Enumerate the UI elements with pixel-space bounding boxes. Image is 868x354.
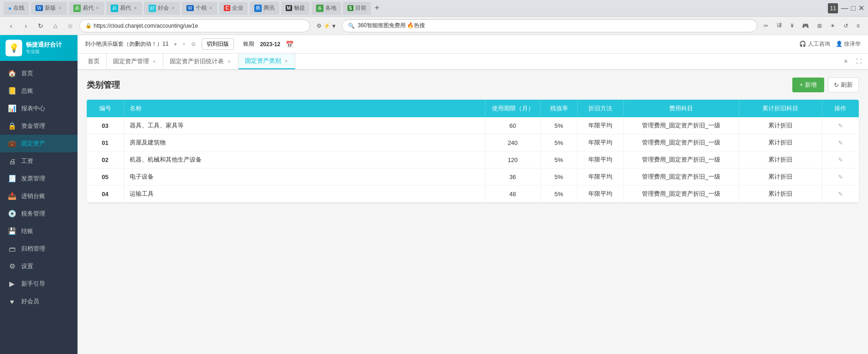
browser-tab-haohuij[interactable]: 好 好会 ×: [144, 2, 180, 15]
expand-tab-btn[interactable]: ⛶: [853, 56, 864, 67]
forward-btn[interactable]: ›: [20, 20, 31, 31]
avatar-icon: 👤: [836, 41, 843, 47]
close-icon[interactable]: ×: [96, 5, 100, 11]
edit-btn[interactable]: ✎: [838, 139, 843, 146]
wallet-icon[interactable]: ¥: [788, 22, 796, 30]
sidebar-item-member[interactable]: ♥ 好会员: [0, 293, 78, 310]
sidebar-item-purchase-sales[interactable]: 📥 进销台账: [0, 187, 78, 205]
tab-asset-mgmt[interactable]: 固定资产管理 ×: [107, 54, 163, 69]
browser-chrome: ● 在线 W 新版 × 易 易代 × 易 易代 × 好 好会 × W 个税 × …: [0, 0, 868, 17]
close-tab-btn[interactable]: ✕: [840, 56, 851, 67]
browser-tab-new[interactable]: W 新版 ×: [31, 2, 66, 15]
close-icon[interactable]: ×: [209, 5, 213, 11]
switch-version-btn[interactable]: 切到旧版: [202, 38, 234, 50]
new-tab-btn[interactable]: +: [375, 3, 380, 13]
cell-months: 120: [485, 151, 540, 168]
cell-action: ✎: [822, 186, 859, 203]
close-icon[interactable]: ×: [58, 5, 62, 11]
sidebar-item-settlement[interactable]: 💾 结账: [0, 222, 78, 240]
tab-home[interactable]: 首页: [81, 54, 107, 69]
tab-asset-category[interactable]: 固定资产类别 ×: [239, 54, 295, 69]
minimize-btn[interactable]: —: [841, 4, 848, 12]
close-icon[interactable]: ×: [133, 5, 138, 11]
grid-icon[interactable]: ⊞: [814, 22, 825, 30]
close-icon[interactable]: ×: [227, 58, 231, 65]
sidebar-item-funds[interactable]: 🔒 资金管理: [0, 117, 78, 135]
sidebar-item-salary[interactable]: 🖨 工资: [0, 152, 78, 170]
cell-action: ✎: [822, 168, 859, 186]
browser-tab-gedi[interactable]: 各 各地: [311, 2, 341, 15]
sidebar-item-settings[interactable]: ⚙ 设置: [0, 258, 78, 275]
reload-btn[interactable]: ↻: [35, 20, 46, 31]
close-icon[interactable]: ×: [152, 58, 156, 65]
tab-asset-depreciation[interactable]: 固定资产折旧统计表 ×: [163, 54, 238, 69]
refresh-icon: ↻: [834, 82, 839, 89]
sidebar-item-guide[interactable]: ▶ 新手引导: [0, 275, 78, 293]
edit-btn[interactable]: ✎: [838, 156, 843, 163]
chevron-down-icon[interactable]: ▾: [332, 22, 335, 30]
close-window-btn[interactable]: ✕: [858, 4, 864, 12]
header-plus-icon[interactable]: +: [182, 41, 186, 48]
undo-icon[interactable]: ↺: [841, 22, 851, 30]
sidebar-item-tax[interactable]: 💿 税务管理: [0, 205, 78, 222]
scissors-icon[interactable]: ✂: [761, 22, 771, 30]
browser-tab-online[interactable]: ● 在线: [4, 2, 29, 15]
boost-icon[interactable]: ⚡: [323, 23, 330, 29]
edit-btn[interactable]: ✎: [838, 174, 843, 180]
search-bar[interactable]: 🔍 360智能抠图免费用 🔥热搜: [342, 19, 757, 32]
browser-tab-yidai1[interactable]: 易 易代 ×: [69, 2, 105, 15]
cell-code: 05: [87, 168, 124, 186]
cell-expense: 管理费用_固定资产折旧_一级: [623, 151, 739, 168]
user-avatar[interactable]: 👤 徐泽华: [836, 40, 861, 48]
cell-method: 年限平均: [577, 151, 623, 168]
sun-icon[interactable]: ☀: [827, 22, 838, 30]
cell-accumulated: 累计折旧: [739, 186, 822, 203]
sidebar-item-fixed-assets[interactable]: 💼 固定资产: [0, 135, 78, 152]
sidebar-item-reports[interactable]: 📊 报表中心: [0, 100, 78, 117]
user-info: 刘小艳演示版套（勿删勿动！）11: [85, 40, 168, 48]
browser-tab-tax[interactable]: W 个税 ×: [182, 2, 217, 15]
browser-tab-muqian[interactable]: S 目前: [343, 2, 371, 15]
dropdown-icon[interactable]: ▾: [174, 41, 177, 48]
cell-residual: 5%: [540, 117, 577, 134]
cell-action: ✎: [822, 134, 859, 151]
browser-tab-changtui[interactable]: M 畅提: [281, 2, 310, 15]
guide-icon: ▶: [7, 280, 17, 288]
browser-tab-enterprise[interactable]: C 企业: [219, 2, 247, 15]
col-code: 编号: [87, 100, 124, 117]
calendar-icon[interactable]: 📅: [286, 41, 293, 48]
cell-code: 01: [87, 134, 124, 151]
cell-months: 240: [485, 134, 540, 151]
cell-method: 年限平均: [577, 117, 623, 134]
col-action: 操作: [822, 100, 859, 117]
table-row: 05 电子设备 36 5% 年限平均 管理费用_固定资产折旧_一级 累计折旧 ✎: [87, 168, 859, 186]
star-btn[interactable]: ☆: [65, 20, 76, 31]
browser-tab-yidai2[interactable]: 易 易代 ×: [106, 2, 142, 15]
sidebar-item-home[interactable]: 🏠 首页: [0, 65, 78, 82]
url-bar[interactable]: 🔒 https://cloud.chanjet.com/accounting/u…: [79, 19, 310, 32]
refresh-btn[interactable]: ↻ 刷新: [828, 78, 859, 92]
headset-icon: 🎧: [799, 41, 806, 47]
maximize-btn[interactable]: □: [851, 4, 856, 12]
tools-icon[interactable]: ⚙: [317, 23, 322, 29]
salary-icon: 🖨: [7, 157, 17, 165]
browser-tab-tencent[interactable]: 腾 腾讯: [250, 2, 279, 15]
sidebar-item-archive[interactable]: 🗃 归档管理: [0, 240, 78, 258]
sidebar-item-ledger[interactable]: 📒 总账: [0, 82, 78, 100]
settings-icon[interactable]: ⚙: [191, 41, 196, 48]
add-category-btn[interactable]: + 新增: [792, 78, 824, 92]
home-btn[interactable]: ⌂: [50, 20, 61, 31]
menu-icon[interactable]: ≡: [854, 22, 862, 30]
edit-btn[interactable]: ✎: [838, 122, 843, 129]
fixed-assets-icon: 💼: [7, 139, 17, 148]
service-btn[interactable]: 🎧 人工咨询: [799, 40, 830, 48]
edit-btn[interactable]: ✎: [838, 191, 843, 198]
tab-count-badge[interactable]: 11: [828, 3, 838, 13]
close-icon[interactable]: ×: [284, 58, 288, 64]
translate-icon[interactable]: 译: [774, 21, 785, 30]
back-btn[interactable]: ‹: [6, 20, 17, 31]
sidebar-item-invoice[interactable]: 🧾 发票管理: [0, 170, 78, 187]
cell-months: 60: [485, 117, 540, 134]
close-icon[interactable]: ×: [171, 5, 175, 11]
game-icon[interactable]: 🎮: [799, 22, 812, 30]
